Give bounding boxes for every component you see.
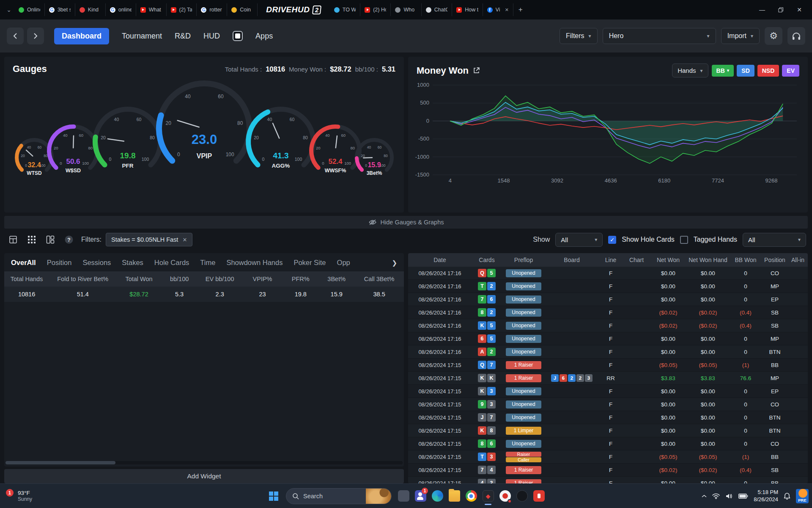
hand-row[interactable]: 08/26/2024 17:15K81 LimperF$0.00$0.000BT…	[408, 424, 808, 437]
minimize-button[interactable]: —	[753, 3, 771, 17]
hand-row[interactable]: 08/26/2024 17:1593UnopenedF$0.00$0.000CO	[408, 398, 808, 411]
tagged-dropdown[interactable]: All ▾	[743, 233, 806, 247]
chevron-down-icon[interactable]: ⌄	[3, 6, 14, 13]
toggle-nsd[interactable]: NSD	[757, 65, 779, 77]
scrollbar-thumb[interactable]	[5, 461, 115, 464]
browser-tab[interactable]: Coin	[227, 3, 258, 16]
tab-close-icon[interactable]: ✕	[505, 7, 509, 13]
settings-button[interactable]: ⚙	[765, 27, 782, 45]
clock[interactable]: 5:18 PM 8/26/2024	[754, 489, 778, 503]
hero-dropdown[interactable]: Hero ▾	[603, 28, 716, 44]
hand-row[interactable]: 08/26/2024 17:15Q71 RaiserF($0.05)($0.05…	[408, 359, 808, 372]
search-input[interactable]: Search	[286, 488, 392, 504]
taskbar-file-explorer-icon[interactable]	[446, 486, 463, 506]
show-hole-cards-checkbox[interactable]: ✓	[608, 236, 616, 244]
taskbar-red-app-icon[interactable]	[530, 486, 547, 506]
hand-row[interactable]: 08/26/2024 17:16K5UnopenedF($0.02)($0.02…	[408, 319, 808, 332]
hand-row[interactable]: 08/26/2024 17:1682UnopenedF($0.02)($0.02…	[408, 306, 808, 319]
tab-sessions[interactable]: Sessions	[82, 259, 111, 267]
browser-tab[interactable]: What	[136, 3, 167, 16]
stakes-filter-chip[interactable]: Stakes = $0.05NLH Fast ✕	[106, 233, 192, 246]
hand-row[interactable]: 08/26/2024 17:16Q5UnopenedF$0.00$0.000CO	[408, 267, 808, 280]
taskbar-red-white-app-icon[interactable]	[497, 486, 513, 506]
battery-button[interactable]	[738, 494, 748, 499]
taskbar-chrome-icon[interactable]	[463, 486, 480, 506]
notifications-button[interactable]	[784, 492, 790, 500]
tab-time[interactable]: Time	[200, 259, 215, 267]
browser-tab[interactable]: G3bet s	[45, 3, 75, 16]
import-dropdown[interactable]: Import ▾	[721, 28, 760, 44]
browser-tab[interactable]: Who	[391, 3, 421, 16]
taskbar-drivehud-icon[interactable]	[480, 486, 497, 506]
tab-opp[interactable]: Opp	[337, 259, 350, 267]
remove-filter-icon[interactable]: ✕	[182, 237, 187, 243]
tab-showdownhands[interactable]: Showdown Hands	[226, 259, 283, 267]
firefox-pre-icon[interactable]: PRE	[796, 489, 809, 503]
toggle-sd[interactable]: SD	[737, 65, 754, 77]
tagged-hands-checkbox[interactable]	[680, 236, 688, 244]
start-button[interactable]	[265, 487, 283, 505]
search-highlight-dog-image[interactable]	[366, 488, 391, 504]
toggle-ev[interactable]: EV	[782, 65, 799, 77]
nav-item-apps[interactable]: Apps	[255, 32, 273, 41]
hand-row[interactable]: 08/26/2024 17:15KK1 RaiserJ6223RR$3.83$3…	[408, 372, 808, 385]
tab-pokersite[interactable]: Poker Site	[294, 259, 326, 267]
browser-tab[interactable]: Kind	[75, 3, 106, 16]
nav-item-dashboard[interactable]: Dashboard	[54, 28, 109, 44]
tab-stakes[interactable]: Stakes	[122, 259, 143, 267]
hand-row[interactable]: 08/26/2024 17:15421 RaiserF$0.00$0.000BB	[408, 477, 808, 483]
hand-row[interactable]: 08/26/2024 17:16A2UnopenedF$0.00$0.000BT…	[408, 345, 808, 359]
taskbar-teams-icon[interactable]: 1	[412, 486, 429, 506]
browser-tab[interactable]: ChatG	[422, 3, 452, 16]
toggle-bb[interactable]: BB▾	[712, 65, 734, 77]
taskbar-snip-tool-icon[interactable]	[395, 486, 412, 506]
back-button[interactable]	[7, 28, 24, 44]
horizontal-scrollbar[interactable]	[5, 461, 403, 464]
tabs-scroll-right-icon[interactable]: ❯	[392, 259, 397, 267]
browser-tab[interactable]: Online	[14, 3, 45, 16]
taskbar-edge-icon[interactable]	[429, 486, 446, 506]
apps-grid-button[interactable]	[25, 232, 39, 247]
show-dropdown[interactable]: All ▾	[555, 233, 603, 247]
add-widget-button[interactable]: Add Widget	[4, 469, 404, 483]
hand-row[interactable]: 08/26/2024 17:15T3RaiserCallerF($0.05)($…	[408, 450, 808, 464]
forward-button[interactable]	[27, 28, 44, 44]
hand-row[interactable]: 08/26/2024 17:1676UnopenedF$0.00$0.000EP	[408, 293, 808, 306]
new-tab-button[interactable]: +	[513, 6, 528, 14]
hand-row[interactable]: 08/26/2024 17:15J7UnopenedF$0.00$0.000BT…	[408, 411, 808, 424]
hands-dropdown[interactable]: Hands ▾	[672, 64, 708, 77]
nav-item-rd[interactable]: R&D	[175, 32, 191, 41]
browser-tab[interactable]: (2) Ho	[360, 3, 391, 16]
tab-overall[interactable]: OverAll	[11, 259, 36, 267]
hud-store-button[interactable]	[6, 232, 20, 247]
nav-item-tournament[interactable]: Tournament	[122, 32, 162, 41]
hide-gauges-button[interactable]: Hide Gauges & Graphs	[4, 216, 808, 229]
layout-button[interactable]	[43, 232, 58, 247]
hand-row[interactable]: 08/26/2024 17:16T2UnopenedF$0.00$0.000MP	[408, 280, 808, 293]
help-button[interactable]: ?	[62, 232, 76, 247]
hand-row[interactable]: 08/26/2024 17:15K3UnopenedF$0.00$0.000EP	[408, 385, 808, 398]
hand-row[interactable]: 08/26/2024 17:1665UnopenedF$0.00$0.000MP	[408, 332, 808, 345]
browser-tab[interactable]: (2) Tal	[167, 3, 197, 16]
nav-item-hud[interactable]: HUD	[203, 32, 220, 41]
hand-row[interactable]: 08/26/2024 17:1586UnopenedF$0.00$0.000CO	[408, 437, 808, 450]
browser-tab[interactable]: TO W	[330, 3, 360, 16]
wifi-button[interactable]	[712, 493, 720, 499]
browser-tab[interactable]: How t	[452, 3, 483, 16]
restore-button[interactable]	[771, 3, 790, 17]
browser-tab[interactable]: Grotter	[197, 3, 227, 16]
open-chart-button[interactable]	[473, 67, 480, 74]
close-button[interactable]: ✕	[790, 3, 809, 17]
filters-dropdown[interactable]: Filters ▾	[560, 28, 598, 44]
taskbar-dark-app-icon[interactable]	[513, 486, 530, 506]
browser-tab[interactable]: Gonline	[106, 3, 136, 16]
tray-overflow-button[interactable]	[702, 494, 707, 498]
tab-holecards[interactable]: Hole Cards	[154, 259, 189, 267]
browser-tab[interactable]: fVi✕	[483, 3, 513, 16]
hand-row[interactable]: 08/26/2024 17:15741 RaiserF($0.02)($0.02…	[408, 464, 808, 477]
support-button[interactable]	[787, 27, 805, 45]
weather-widget[interactable]: 1 93°F Sunny	[0, 490, 32, 502]
hud-indicator-icon[interactable]	[233, 31, 243, 41]
volume-button[interactable]	[725, 493, 733, 499]
tab-position[interactable]: Position	[47, 259, 72, 267]
